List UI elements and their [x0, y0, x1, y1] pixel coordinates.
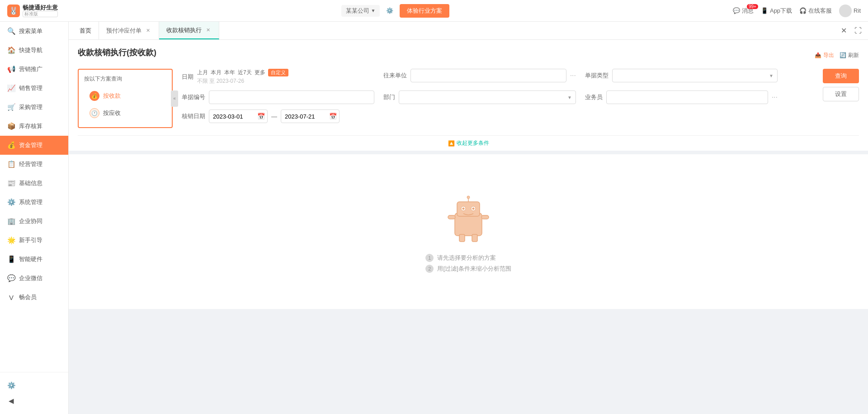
page-header: 收款核销执行(按收款) 📤 导出 🔄 刷新	[69, 40, 868, 151]
export-button[interactable]: 📤 导出	[815, 52, 834, 59]
industry-solution-button[interactable]: 体验行业方案	[400, 4, 449, 18]
bill-type-select[interactable]: ▼	[612, 69, 778, 82]
tab-close-all-button[interactable]: ✕	[837, 24, 850, 37]
collapse-up-icon: 🔼	[448, 140, 455, 147]
sidebar-item-enterprise-collab[interactable]: 🏢 企业协同	[0, 212, 68, 231]
verify-date-start-wrap: 📅	[209, 109, 268, 123]
salesperson-filter-field: 业务员 ···	[585, 90, 778, 104]
sidebar-item-label: 快捷导航	[19, 46, 42, 54]
sidebar-item-funds[interactable]: 💰 资金管理	[0, 136, 68, 155]
receipt-option-icon: 💰	[90, 91, 99, 101]
date-btn-last-month[interactable]: 上月	[197, 69, 208, 76]
empty-hints: 1 请先选择要分析的方案 2 用[过滤]条件来缩小分析范围	[425, 254, 511, 273]
sidebar-item-basic-info[interactable]: 📰 基础信息	[0, 174, 68, 193]
hint-text-2: 用[过滤]条件来缩小分析范围	[437, 265, 511, 273]
dept-select[interactable]: ▼	[399, 90, 576, 104]
tab-prepay-close-icon[interactable]: ✕	[144, 27, 151, 34]
sidebar-item-label: 库存核算	[19, 122, 42, 130]
salesperson-more-icon[interactable]: ···	[772, 93, 778, 101]
setting-button[interactable]: 设置	[823, 87, 859, 101]
user-menu[interactable]: Rit	[839, 5, 861, 17]
sidebar-item-label: 畅会员	[19, 293, 37, 301]
verify-date-end-calendar-icon[interactable]: 📅	[329, 113, 337, 120]
bottom-settings-icon: ⚙️	[7, 381, 15, 390]
tab-maximize-button[interactable]: ⛶	[852, 24, 864, 37]
online-service-button[interactable]: 🎧 在线客服	[799, 7, 832, 15]
hint-num-2: 2	[425, 265, 434, 273]
purchase-icon: 🛒	[7, 103, 15, 111]
collapse-more-button[interactable]: 🔼 收起更多条件	[78, 135, 859, 151]
date-filter-field: 日期 上月 本月 本年 近7天 更多 自定义	[182, 69, 374, 85]
filter-option-by-receivable[interactable]: 🕐 按应收	[84, 105, 166, 122]
messages-button[interactable]: 💬 消息 99+	[733, 7, 754, 15]
sidebar-item-quick-nav[interactable]: 🏠 快捷导航	[0, 41, 68, 60]
filter-row-3: 核销日期 📅 — 📅	[182, 109, 778, 123]
bill-type-filter-field: 单据类型 ▼	[585, 69, 778, 82]
sidebar-item-operations[interactable]: 📋 经营管理	[0, 155, 68, 174]
sidebar-item-label: 搜索菜单	[19, 27, 42, 35]
svg-rect-9	[481, 215, 489, 219]
collapse-filter-button[interactable]: «	[171, 90, 178, 107]
sidebar-item-new-guide[interactable]: 🌟 新手引导	[0, 231, 68, 250]
top-bar: 🐰 畅捷通好生意 标准版 某某公司 ▼ ⚙️ 体验行业方案 💬 消息 99+ 📱…	[0, 0, 868, 22]
date-btn-more[interactable]: 更多	[255, 69, 265, 76]
sidebar-item-smart-hw[interactable]: 📱 智能硬件	[0, 250, 68, 269]
bill-type-chevron-icon: ▼	[769, 73, 774, 78]
settings-gear-icon[interactable]: ⚙️	[383, 5, 396, 17]
svg-point-7	[467, 196, 470, 199]
sidebar-item-sales[interactable]: 📈 销售管理	[0, 79, 68, 98]
sidebar-collapse-button[interactable]: ◀	[0, 393, 68, 409]
sidebar-item-purchase[interactable]: 🛒 采购管理	[0, 98, 68, 117]
online-service-label: 在线客服	[808, 7, 832, 15]
sidebar-item-search-menu[interactable]: 🔍 搜索菜单	[0, 22, 68, 41]
tab-receipt-verify[interactable]: 收款核销执行 ✕	[159, 22, 219, 39]
date-btn-this-month[interactable]: 本月	[211, 69, 222, 76]
filter-option-by-receipt[interactable]: 💰 按收款	[84, 87, 166, 105]
tab-prepay-label: 预付冲应付单	[106, 27, 142, 35]
sidebar-item-enterprise-wechat[interactable]: 💬 企业微信	[0, 269, 68, 288]
dept-chevron-icon: ▼	[567, 95, 572, 100]
date-btn-custom[interactable]: 自定义	[268, 69, 288, 76]
bill-no-input[interactable]	[209, 90, 374, 104]
refresh-button[interactable]: 🔄 刷新	[840, 52, 859, 59]
company-name: 某某公司	[346, 7, 369, 15]
inventory-icon: 📦	[7, 122, 15, 130]
search-menu-icon: 🔍	[7, 27, 15, 35]
tab-home[interactable]: 首页	[72, 22, 99, 39]
verify-date-start-calendar-icon[interactable]: 📅	[257, 113, 265, 120]
counterparty-label: 往来单位	[383, 71, 407, 80]
top-bar-left: 🐰 畅捷通好生意 标准版	[7, 4, 58, 18]
sidebar-item-inventory[interactable]: 📦 库存核算	[0, 117, 68, 136]
export-label: 导出	[823, 52, 834, 59]
scheme-selector-panel: 按以下方案查询 💰 按收款 🕐 按应收 «	[78, 69, 173, 128]
app-download-button[interactable]: 📱 App下载	[761, 7, 792, 15]
tab-prepay[interactable]: 预付冲应付单 ✕	[99, 22, 159, 39]
date-buttons-group: 上月 本月 本年 近7天 更多 自定义 不限 至 2023-07-26	[197, 69, 288, 85]
company-selector[interactable]: 某某公司 ▼	[341, 5, 380, 17]
top-bar-right: 💬 消息 99+ 📱 App下载 🎧 在线客服 Rit	[733, 5, 861, 17]
empty-hint-2: 2 用[过滤]条件来缩小分析范围	[425, 265, 511, 273]
date-btn-this-year[interactable]: 本年	[224, 69, 235, 76]
date-btn-7days[interactable]: 近7天	[238, 69, 252, 76]
receipt-option-label: 按收款	[103, 92, 121, 100]
verify-date-end-wrap: 📅	[281, 109, 340, 123]
new-guide-icon: 🌟	[7, 236, 15, 244]
svg-point-5	[472, 208, 475, 210]
sidebar-item-marketing[interactable]: 📢 营销推广	[0, 60, 68, 79]
tab-home-label: 首页	[80, 27, 91, 35]
header-actions: 📤 导出 🔄 刷新	[815, 52, 859, 59]
salesperson-input[interactable]	[606, 90, 768, 104]
sidebar-item-label: 企业协同	[19, 217, 42, 225]
svg-rect-8	[448, 215, 455, 219]
dept-label: 部门	[383, 93, 395, 101]
date-range-separator: —	[271, 113, 277, 120]
user-name: Rit	[854, 7, 861, 14]
counterparty-more-icon[interactable]: ···	[570, 71, 576, 80]
counterparty-input[interactable]	[410, 69, 566, 82]
sidebar-item-vip-member[interactable]: V 畅会员	[0, 288, 68, 307]
query-button[interactable]: 查询	[823, 69, 859, 83]
tab-receipt-verify-close-icon[interactable]: ✕	[204, 27, 212, 34]
vip-member-icon: V	[7, 293, 15, 301]
sidebar-bottom-settings[interactable]: ⚙️	[0, 378, 68, 393]
sidebar-item-sys-mgmt[interactable]: ⚙️ 系统管理	[0, 193, 68, 212]
